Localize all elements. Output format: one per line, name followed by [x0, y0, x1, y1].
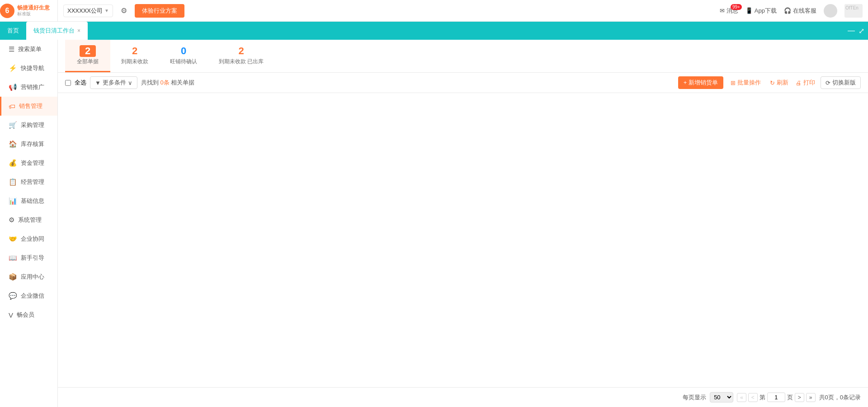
- sidebar-item-enterprise[interactable]: 🤝 企业协同: [0, 229, 57, 248]
- stat-num-wangpu: 0: [175, 45, 192, 57]
- per-page-select[interactable]: 50 20 100: [710, 392, 733, 402]
- current-page-input[interactable]: [767, 393, 785, 402]
- quicknav-icon: ⚡: [9, 64, 17, 72]
- select-all-label: 全选: [75, 79, 86, 87]
- close-tab-icon[interactable]: ×: [77, 28, 80, 34]
- sidebar: ☰ 搜索菜单 ⚡ 快捷导航 📢 营销推广 🏷 销售管理 🛒 采购管理 🏠 库存核…: [0, 40, 58, 407]
- sidebar-item-label: 经营管理: [21, 178, 44, 186]
- sidebar-item-marketing[interactable]: 📢 营销推广: [0, 78, 57, 97]
- select-all-checkbox[interactable]: [65, 80, 71, 86]
- sidebar-item-operations[interactable]: 📋 经营管理: [0, 173, 57, 192]
- refresh-button[interactable]: ↻ 刷新: [768, 77, 790, 89]
- page-suffix: 页: [787, 393, 793, 402]
- found-prefix: 共找到: [141, 79, 159, 86]
- tab-bar: 首页 钱货日清工作台 × — ⤢: [0, 22, 868, 40]
- next-page-button[interactable]: >: [795, 393, 804, 402]
- stat-tab-wangpu[interactable]: 0 旺铺待确认: [159, 40, 208, 72]
- message-icon: ✉: [720, 7, 725, 14]
- stat-tab-overdue-shipped[interactable]: 2 到期未收款 已出库: [208, 40, 274, 72]
- sidebar-item-member[interactable]: V 畅会员: [0, 305, 57, 324]
- purchase-icon: 🛒: [9, 121, 17, 129]
- toolbar: 全选 ▼ 更多条件 ∨ 共找到 0条 相关单据 + 新增销货单 ⊞ 批量操作: [58, 73, 868, 93]
- first-page-button[interactable]: «: [737, 393, 746, 402]
- page-nav: « < 第 页 > »: [737, 393, 815, 402]
- toolbar-right: + 新增销货单 ⊞ 批量操作 ↻ 刷新 🖨 打印 ⟳ 切换新版: [678, 76, 861, 89]
- found-text: 共找到 0条 相关单据: [141, 79, 194, 87]
- switch-label: 切换新版: [832, 79, 856, 87]
- online-service-btn[interactable]: 🎧 在线客服: [784, 7, 816, 15]
- inventory-icon: 🏠: [9, 140, 17, 148]
- sidebar-item-system[interactable]: ⚙ 系统管理: [0, 211, 57, 229]
- member-icon: V: [9, 311, 13, 319]
- sales-icon: 🏷: [9, 103, 15, 110]
- sidebar-item-label: 系统管理: [18, 216, 42, 224]
- stat-tab-overdue[interactable]: 2 到期未收款: [110, 40, 159, 72]
- prev-page-button[interactable]: <: [748, 393, 758, 402]
- sidebar-item-label: 资金管理: [21, 159, 44, 167]
- company-selector[interactable]: XXXXXX公司 ▼: [63, 5, 113, 17]
- sidebar-item-inventory[interactable]: 🏠 库存核算: [0, 135, 57, 154]
- company-name: XXXXXX公司: [67, 7, 103, 15]
- page-prefix: 第: [760, 393, 765, 402]
- messages-btn[interactable]: ✉ 消息 99+: [720, 7, 738, 15]
- batch-label: 批量操作: [737, 79, 761, 87]
- sidebar-item-purchase[interactable]: 🛒 采购管理: [0, 116, 57, 135]
- sidebar-item-guide[interactable]: 📖 新手引导: [0, 248, 57, 267]
- filter-dropdown-icon: ∨: [128, 80, 132, 86]
- basic-info-icon: 📊: [9, 197, 17, 205]
- stat-num-overdue: 2: [127, 45, 143, 57]
- logo-main-text: 畅捷通好生意: [17, 5, 50, 11]
- sidebar-item-label: 销售管理: [19, 102, 42, 110]
- print-button[interactable]: 🖨 打印: [796, 79, 815, 87]
- content-area: 2 全部单据 2 到期未收款 0 旺铺待确认 2 到期未收款 已出库 全选: [58, 40, 868, 407]
- header-right: ✉ 消息 99+ 📱 App下载 🎧 在线客服 OfTEn: [720, 4, 863, 18]
- minimize-icon[interactable]: —: [848, 27, 855, 35]
- total-records: 共0页，0条记录: [819, 393, 861, 402]
- sidebar-item-quicknav[interactable]: ⚡ 快捷导航: [0, 59, 57, 78]
- batch-operation-button[interactable]: ⊞ 批量操作: [729, 77, 763, 89]
- company-dropdown-arrow: ▼: [104, 8, 109, 13]
- tab-workbench-label: 钱货日清工作台: [33, 27, 75, 35]
- operations-icon: 📋: [9, 178, 17, 186]
- sidebar-item-appstore[interactable]: 📦 应用中心: [0, 267, 57, 286]
- header-main: XXXXXX公司 ▼ ⚙ 体验行业方案 ✉ 消息 99+ 📱 App下载 🎧 在…: [58, 0, 868, 22]
- app-download-btn[interactable]: 📱 App下载: [745, 7, 777, 15]
- last-page-button[interactable]: »: [806, 393, 816, 402]
- sidebar-item-basic-info[interactable]: 📊 基础信息: [0, 192, 57, 211]
- sidebar-item-label: 营销推广: [21, 83, 44, 91]
- stat-label-wangpu: 旺铺待确认: [170, 58, 197, 65]
- sidebar-item-finance[interactable]: 💰 资金管理: [0, 154, 57, 173]
- stat-tab-all[interactable]: 2 全部单据: [65, 40, 110, 72]
- app-icon: 📱: [745, 7, 753, 14]
- switch-version-button[interactable]: ⟳ 切换新版: [821, 76, 861, 89]
- stat-num-overdue-shipped: 2: [233, 45, 250, 57]
- sidebar-item-label: 快捷导航: [21, 64, 44, 72]
- tab-workbench[interactable]: 钱货日清工作台 ×: [26, 22, 88, 40]
- appstore-icon: 📦: [9, 273, 17, 281]
- refresh-label: 刷新: [777, 79, 788, 87]
- add-order-button[interactable]: + 新增销货单: [678, 76, 723, 89]
- sidebar-item-sales[interactable]: 🏷 销售管理: [0, 97, 57, 116]
- messages-badge: 99+: [731, 4, 742, 10]
- stat-label-overdue-shipped: 到期未收款 已出库: [219, 58, 264, 65]
- per-page-label: 每页显示: [683, 393, 706, 402]
- trial-button[interactable]: 体验行业方案: [135, 4, 184, 18]
- logo-icon: 6: [0, 4, 14, 18]
- sidebar-item-label: 新手引导: [21, 254, 44, 262]
- settings-button[interactable]: ⚙: [117, 4, 131, 18]
- maximize-icon[interactable]: ⤢: [859, 27, 864, 35]
- avatar[interactable]: [824, 4, 837, 18]
- found-count: 0条: [160, 79, 170, 86]
- empty-state: [58, 93, 868, 387]
- found-suffix: 相关单据: [171, 79, 194, 86]
- wechat-icon: 💬: [9, 292, 17, 300]
- filter-icon: ▼: [95, 80, 101, 86]
- tab-home[interactable]: 首页: [0, 22, 26, 40]
- sidebar-item-label: 搜索菜单: [18, 45, 42, 53]
- sidebar-item-wechat[interactable]: 💬 企业微信: [0, 286, 57, 305]
- online-service-label: 在线客服: [793, 7, 816, 15]
- sidebar-item-search[interactable]: ☰ 搜索菜单: [0, 40, 57, 59]
- filter-button[interactable]: ▼ 更多条件 ∨: [90, 76, 137, 89]
- print-icon: 🖨: [796, 80, 802, 86]
- sidebar-item-label: 应用中心: [21, 273, 44, 281]
